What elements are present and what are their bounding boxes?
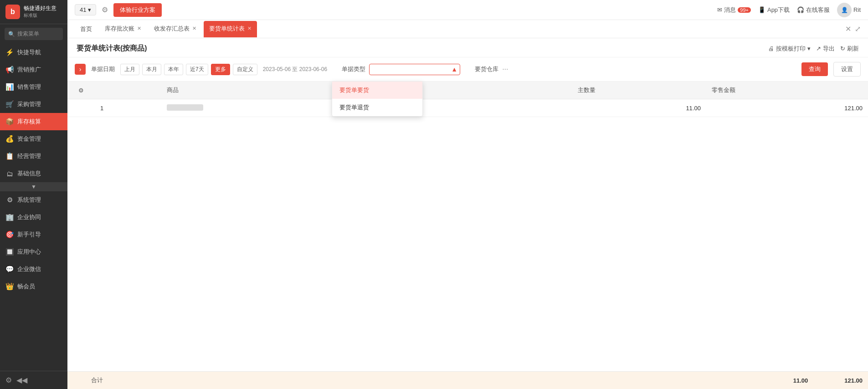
sidebar-item-operation[interactable]: 📋 经营管理 <box>0 148 67 165</box>
amount-column-header: 零售金额 <box>706 82 868 99</box>
set-button[interactable]: 设置 <box>833 62 861 77</box>
page-header: 要货单统计表(按商品) 🖨 按模板打印 ▾ ↗ 导出 ↻ 刷新 <box>67 38 868 57</box>
page-inner: 要货单统计表(按商品) 🖨 按模板打印 ▾ ↗ 导出 ↻ 刷新 <box>67 38 868 389</box>
sidebar-item-inventory[interactable]: 📦 库存核算 <box>0 113 67 130</box>
download-icon: 📱 <box>758 6 765 13</box>
table-header-row: ⚙ 商品 主计量单位 主数量 零售金额 <box>67 82 868 99</box>
dropdown-item-return-goods[interactable]: 要货单退货 <box>332 99 422 116</box>
footer-quantity: 11.00 <box>793 377 808 384</box>
finance-icon: 💰 <box>5 135 14 143</box>
sidebar: b 畅捷通好生意 标准版 🔍 搜索菜单 ⚡ 快捷导航 📢 营销推广 📊 销售管理… <box>0 0 67 389</box>
sidebar-item-enterprise[interactable]: 🏢 企业协同 <box>0 209 67 226</box>
online-service-button[interactable]: 🎧 在线客服 <box>797 6 830 14</box>
collapse-icon[interactable]: ◀◀ <box>16 376 27 384</box>
online-service-label: 在线客服 <box>806 6 830 14</box>
warehouse-label: 要货仓库 <box>475 65 498 73</box>
query-button[interactable]: 查询 <box>801 62 828 76</box>
sidebar-item-vip[interactable]: 👑 畅会员 <box>0 278 67 295</box>
quick-nav-icon: ⚡ <box>5 48 14 56</box>
dropdown-up-icon[interactable]: ▲ <box>451 66 457 73</box>
tab-order-stats[interactable]: 要货单统计表 ✕ <box>204 21 257 37</box>
warehouse-dots-icon[interactable]: ··· <box>502 65 508 73</box>
service-icon: 🎧 <box>797 6 804 13</box>
date-cur-month-btn[interactable]: 本月 <box>142 64 161 75</box>
date-year-btn[interactable]: 本年 <box>164 64 183 75</box>
date-7days-btn[interactable]: 近7天 <box>186 64 208 75</box>
tab-receivable-summary[interactable]: 收发存汇总表 ✕ <box>149 21 202 37</box>
export-button[interactable]: ↗ 导出 <box>816 45 835 53</box>
messages-label: 消息 <box>724 6 736 14</box>
print-template-button[interactable]: 🖨 按模板打印 ▾ <box>768 45 811 53</box>
export-label: 导出 <box>823 45 835 53</box>
tab-home-label: 首页 <box>80 25 92 33</box>
sidebar-item-label: 新手引导 <box>17 230 41 239</box>
refresh-button[interactable]: ↻ 刷新 <box>840 45 859 53</box>
sidebar-bottom: ⚙ ◀◀ <box>0 371 67 389</box>
inventory-icon: 📦 <box>5 118 14 126</box>
gear-settings-icon[interactable]: ⚙ <box>102 5 108 14</box>
sidebar-item-marketing[interactable]: 📢 营销推广 <box>0 61 67 78</box>
sidebar-item-system[interactable]: ⚙ 系统管理 <box>0 191 67 209</box>
company-selector[interactable]: 41 ▾ <box>75 4 96 15</box>
dropdown-item-order-goods[interactable]: 要货单要货 <box>332 82 422 99</box>
user-name: Rit <box>853 6 861 13</box>
sidebar-item-appstore[interactable]: 🔲 应用中心 <box>0 243 67 261</box>
tab-close-icon[interactable]: ✕ <box>137 26 141 31</box>
sidebar-item-basic[interactable]: 🗂 基础信息 <box>0 165 67 182</box>
gear-column-header[interactable]: ⚙ <box>67 82 95 99</box>
sidebar-item-label: 快捷导航 <box>17 48 41 56</box>
warehouse-section: 要货仓库 ··· <box>475 65 508 73</box>
row-seq: 1 <box>95 99 161 117</box>
vip-icon: 👑 <box>5 282 14 291</box>
date-custom-btn[interactable]: 自定义 <box>233 64 257 75</box>
tab-label: 要货单统计表 <box>209 25 245 33</box>
sidebar-item-finance[interactable]: 💰 资金管理 <box>0 130 67 148</box>
sidebar-item-guide[interactable]: 🎯 新手引导 <box>0 226 67 243</box>
message-icon: ✉ <box>717 6 722 13</box>
sidebar-search-label: 搜索菜单 <box>17 30 39 38</box>
type-input-wrapper: ▲ <box>369 64 460 75</box>
date-range-display: 2023-05-06 至 2023-06-06 <box>263 66 327 73</box>
refresh-label: 刷新 <box>847 45 859 53</box>
search-icon: 🔍 <box>8 31 15 37</box>
sidebar-item-label: 应用中心 <box>17 248 41 256</box>
sales-icon: 📊 <box>5 83 14 91</box>
table-row: 1 块 11.00 121.00 <box>67 99 868 117</box>
messages-button[interactable]: ✉ 消息 99+ <box>717 6 751 14</box>
avatar: 👤 <box>837 3 852 17</box>
tab-close-icon[interactable]: ✕ <box>247 26 252 31</box>
settings-icon[interactable]: ⚙ <box>5 376 12 384</box>
sidebar-item-purchase[interactable]: 🛒 采购管理 <box>0 96 67 113</box>
sidebar-item-label: 营销推广 <box>17 66 41 74</box>
page-header-actions: 🖨 按模板打印 ▾ ↗ 导出 ↻ 刷新 <box>768 45 859 53</box>
type-label: 单据类型 <box>342 65 365 73</box>
tab-home[interactable]: 首页 <box>75 21 98 37</box>
date-label: 单据日期 <box>91 65 115 73</box>
footer-amount: 121.00 <box>844 377 863 384</box>
user-profile[interactable]: 👤 Rit <box>837 3 861 17</box>
tab-close-icon[interactable]: ✕ <box>192 26 196 31</box>
row-amount: 121.00 <box>706 99 868 117</box>
expand-icon[interactable]: ⤢ <box>855 25 861 33</box>
sidebar-item-sales[interactable]: 📊 销售管理 <box>0 78 67 96</box>
sidebar-scroll-down[interactable]: ▼ <box>0 182 67 191</box>
date-prev-month-btn[interactable]: 上月 <box>120 64 139 75</box>
guide-icon: 🎯 <box>5 230 14 239</box>
date-more-btn[interactable]: 更多 <box>211 64 230 75</box>
app-download-label: App下载 <box>767 6 790 14</box>
app-download-button[interactable]: 📱 App下载 <box>758 6 790 14</box>
tab-inventory-batch[interactable]: 库存批次账 ✕ <box>99 21 147 37</box>
minimize-icon[interactable]: ✕ <box>845 25 851 33</box>
type-input[interactable] <box>369 64 460 75</box>
sidebar-item-quick-nav[interactable]: ⚡ 快捷导航 <box>0 44 67 61</box>
table-footer: 合计 11.00 121.00 <box>67 371 868 389</box>
page-content: 要货单统计表(按商品) 🖨 按模板打印 ▾ ↗ 导出 ↻ 刷新 <box>67 38 868 389</box>
trial-industry-button[interactable]: 体验行业方案 <box>113 3 162 17</box>
print-icon: 🖨 <box>768 45 774 52</box>
marketing-icon: 📢 <box>5 66 14 74</box>
filter-expand-button[interactable]: › <box>75 64 86 75</box>
sidebar-item-wechat[interactable]: 💬 企业微信 <box>0 261 67 278</box>
sidebar-search[interactable]: 🔍 搜索菜单 <box>5 28 63 40</box>
chevron-down-icon: ▾ <box>88 6 91 13</box>
tab-label: 库存批次账 <box>105 25 134 33</box>
